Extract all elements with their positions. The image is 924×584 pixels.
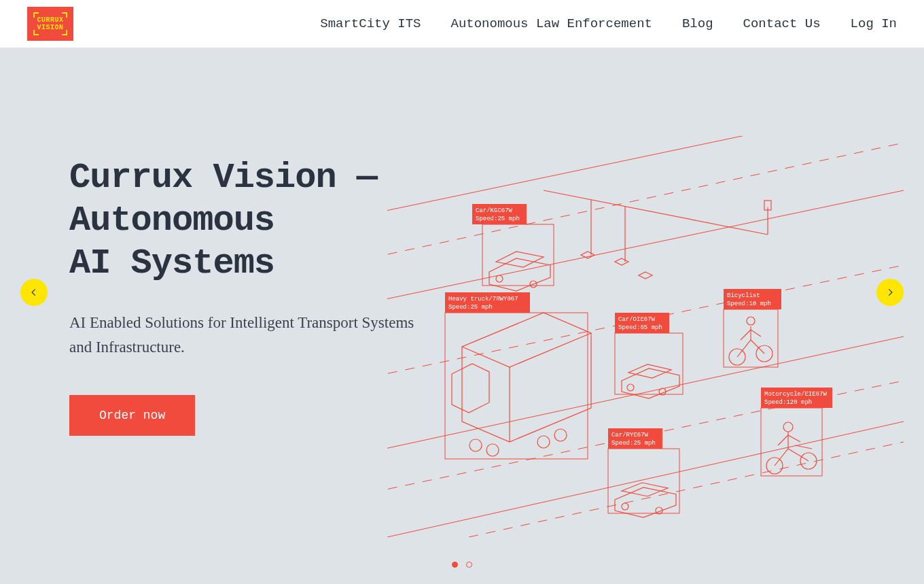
detection-motorcycle: Motorcycle/EIE67W Speed:120 mph (761, 388, 832, 476)
carousel-dots (452, 562, 472, 568)
carousel-next-button[interactable] (876, 279, 904, 306)
svg-point-26 (537, 436, 550, 448)
svg-point-27 (554, 429, 567, 441)
hero-content: Currux Vision — Autonomous AI Systems AI… (69, 156, 436, 436)
svg-line-60 (778, 435, 788, 445)
order-now-button[interactable]: Order now (69, 395, 195, 436)
header: CURRUXVISION SmartCity ITS Autonomous La… (0, 0, 924, 48)
detection-bicyclist: Bicyclist Speed:10 mph (724, 289, 781, 367)
svg-text:Speed:65 mph: Speed:65 mph (618, 324, 662, 331)
svg-text:Motorcycle/EIE67W: Motorcycle/EIE67W (764, 391, 827, 398)
svg-line-1 (387, 190, 904, 306)
svg-line-0 (387, 136, 775, 218)
hero-section: Currux Vision — Autonomous AI Systems AI… (0, 48, 924, 584)
svg-point-17 (496, 275, 503, 282)
svg-line-50 (741, 330, 751, 340)
svg-point-24 (469, 439, 482, 451)
svg-text:Car/KGC67W: Car/KGC67W (476, 207, 513, 214)
carousel-prev-button[interactable] (20, 279, 48, 306)
svg-point-32 (627, 384, 634, 391)
svg-line-47 (751, 340, 764, 354)
main-nav: SmartCity ITS Autonomous Law Enforcement… (320, 16, 897, 31)
detection-car-1: Car/KGC67W Speed:25 mph (472, 204, 554, 291)
svg-text:Car/OIE67W: Car/OIE67W (618, 316, 656, 323)
hero-title: Currux Vision — Autonomous AI Systems (69, 156, 436, 285)
nav-smartcity[interactable]: SmartCity ITS (320, 16, 421, 31)
chevron-left-icon (29, 288, 39, 297)
svg-line-8 (544, 190, 768, 235)
svg-line-4 (387, 143, 904, 262)
nav-contact[interactable]: Contact Us (743, 16, 821, 31)
detection-car-3: Car/RYE67W Speed:25 mph (608, 428, 679, 517)
svg-point-38 (622, 503, 628, 510)
svg-text:Car/RYE67W: Car/RYE67W (611, 432, 649, 439)
svg-text:Speed:25 mph: Speed:25 mph (476, 216, 520, 222)
svg-text:Speed:10 mph: Speed:10 mph (727, 300, 771, 307)
chevron-right-icon (885, 288, 895, 297)
svg-text:Speed:25 mph: Speed:25 mph (448, 304, 493, 311)
detection-car-2: Car/OIE67W Speed:65 mph (615, 313, 683, 398)
hero-illustration: Car/KGC67W Speed:25 mph Heavy truck/7RWY… (387, 136, 904, 537)
svg-point-25 (486, 444, 499, 456)
svg-text:Bicyclist: Bicyclist (727, 292, 760, 299)
detection-truck: Heavy truck/7RWY067 Speed:25 mph (445, 292, 591, 459)
logo[interactable]: CURRUXVISION (27, 7, 73, 41)
svg-line-51 (751, 330, 761, 337)
logo-text: CURRUXVISION (37, 16, 63, 31)
nav-login[interactable]: Log In (851, 16, 897, 31)
svg-point-49 (747, 317, 755, 325)
svg-text:Heavy truck/7RWY067: Heavy truck/7RWY067 (448, 296, 518, 303)
carousel-dot-2[interactable] (466, 562, 472, 568)
svg-rect-28 (615, 333, 683, 394)
nav-autonomous-law[interactable]: Autonomous Law Enforcement (450, 16, 652, 31)
hero-subtitle: AI Enabled Solutions for Intelligent Tra… (69, 311, 429, 360)
svg-text:Speed:120 mph: Speed:120 mph (764, 399, 812, 406)
svg-text:Speed:25 mph: Speed:25 mph (611, 440, 656, 447)
svg-line-62 (795, 445, 812, 449)
carousel-dot-1[interactable] (452, 562, 458, 568)
nav-blog[interactable]: Blog (682, 16, 713, 31)
svg-point-59 (783, 422, 793, 432)
svg-line-46 (737, 340, 751, 357)
svg-line-7 (469, 442, 904, 537)
svg-rect-34 (608, 449, 679, 513)
svg-line-61 (788, 435, 800, 442)
